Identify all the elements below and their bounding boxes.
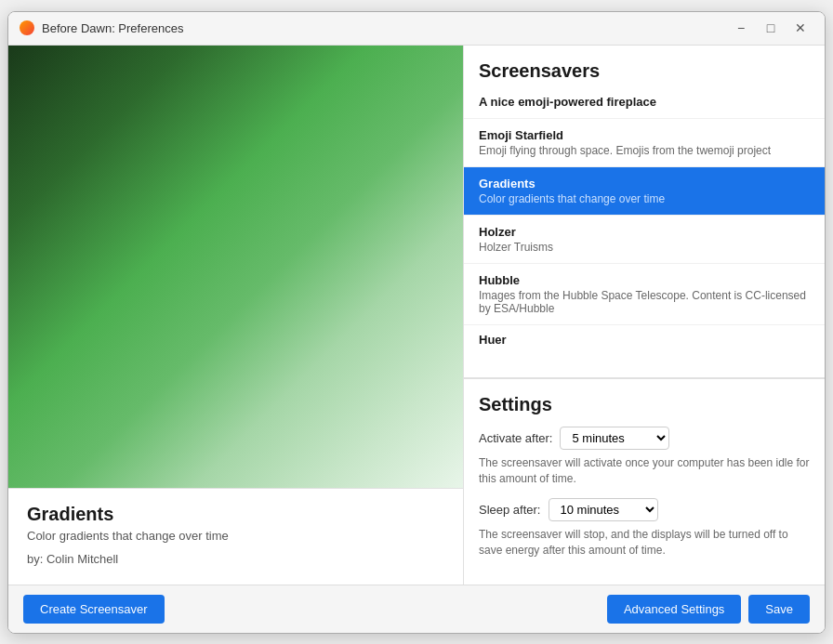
list-item-desc: Images from the Hubble Space Telescope. … — [479, 289, 810, 315]
activate-label: Activate after: — [479, 431, 552, 445]
screensaver-title: Gradients — [27, 504, 444, 525]
footer: Create Screensaver Advanced Settings Sav… — [8, 585, 825, 633]
preview-area — [8, 46, 463, 488]
window-title: Before Dawn: Preferences — [42, 21, 728, 35]
save-button[interactable]: Save — [748, 595, 810, 624]
footer-right-buttons: Advanced Settings Save — [607, 595, 810, 624]
list-item[interactable]: HolzerHolzer Truisms — [464, 216, 825, 264]
window-controls: − □ ✕ — [728, 19, 813, 37]
right-panel: Screensavers A nice emoji-powered firepl… — [464, 46, 825, 585]
list-item-partial: Huer — [464, 325, 825, 354]
list-item-desc: Holzer Truisms — [479, 241, 810, 254]
list-item-title: A nice emoji-powered fireplace — [479, 95, 810, 109]
main-content: Gradients Color gradients that change ov… — [8, 46, 825, 585]
list-item-title: Gradients — [479, 177, 810, 191]
list-item-desc: Emoji flying through space. Emojis from … — [479, 144, 810, 157]
create-screensaver-button[interactable]: Create Screensaver — [23, 595, 165, 624]
sleep-note: The screensaver will stop, and the displ… — [479, 527, 810, 559]
preferences-window: Before Dawn: Preferences − □ ✕ Gradients… — [7, 11, 826, 634]
list-item[interactable]: GradientsColor gradients that change ove… — [464, 167, 825, 216]
info-area: Gradients Color gradients that change ov… — [8, 488, 463, 585]
settings-section: Settings Activate after: 1 minute2 minut… — [464, 378, 825, 584]
list-item-title: Emoji Starfield — [479, 128, 810, 142]
list-item-title: Hubble — [479, 273, 810, 287]
screensaver-description: Color gradients that change over time — [27, 529, 444, 543]
settings-header: Settings — [479, 394, 810, 415]
list-item[interactable]: HubbleImages from the Hubble Space Teles… — [464, 264, 825, 325]
advanced-settings-button[interactable]: Advanced Settings — [607, 595, 741, 624]
sleep-select[interactable]: 5 minutes10 minutes15 minutes20 minutes3… — [549, 498, 658, 521]
activate-note: The screensaver will activate once your … — [479, 455, 810, 487]
sleep-after-row: Sleep after: 5 minutes10 minutes15 minut… — [479, 498, 810, 521]
app-icon — [20, 20, 34, 35]
screensavers-list[interactable]: A nice emoji-powered fireplaceEmoji Star… — [464, 85, 825, 379]
activate-select[interactable]: 1 minute2 minutes5 minutes10 minutes15 m… — [560, 427, 669, 450]
gradient-preview — [8, 46, 463, 488]
list-item[interactable]: Emoji StarfieldEmoji flying through spac… — [464, 119, 825, 167]
left-panel: Gradients Color gradients that change ov… — [8, 46, 464, 585]
screensaver-author: by: Colin Mitchell — [27, 552, 444, 566]
screensavers-section: Screensavers A nice emoji-powered firepl… — [464, 46, 825, 379]
sleep-label: Sleep after: — [479, 503, 541, 517]
list-item-desc: Color gradients that change over time — [479, 192, 810, 205]
title-bar: Before Dawn: Preferences − □ ✕ — [8, 12, 825, 46]
minimize-button[interactable]: − — [728, 19, 754, 37]
list-item[interactable]: A nice emoji-powered fireplace — [464, 85, 825, 119]
close-button[interactable]: ✕ — [787, 19, 813, 37]
maximize-button[interactable]: □ — [758, 19, 784, 37]
screensavers-header: Screensavers — [464, 46, 825, 85]
list-item-title: Holzer — [479, 225, 810, 239]
activate-after-row: Activate after: 1 minute2 minutes5 minut… — [479, 427, 810, 450]
